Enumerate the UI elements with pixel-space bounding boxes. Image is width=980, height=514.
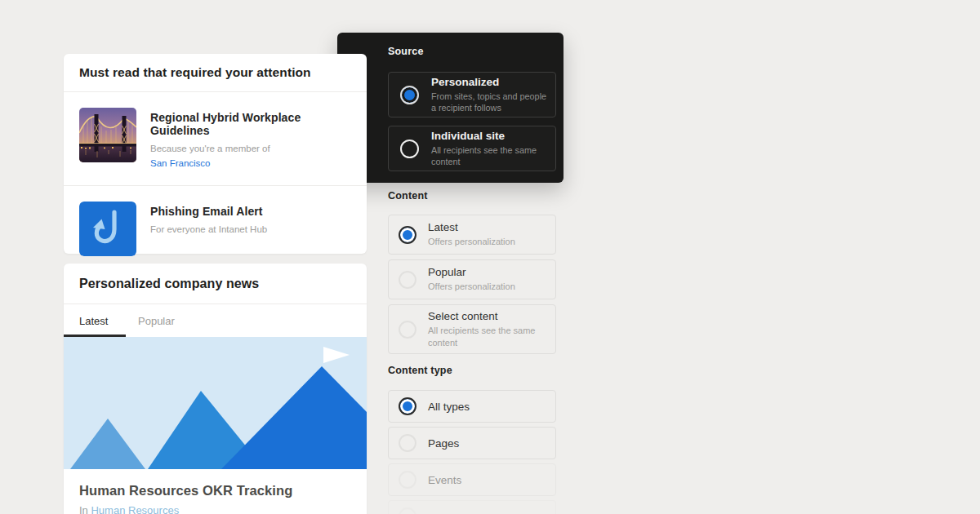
radio-unselected-icon[interactable] xyxy=(399,271,416,289)
news-card-title: Personalized company news xyxy=(64,264,367,304)
item-title: Phishing Email Alert xyxy=(150,205,267,218)
news-tabs: Latest Popular xyxy=(64,304,367,337)
radio-option-personalized[interactable]: Personalized From sites, topics and peop… xyxy=(388,72,556,117)
option-description: All recipients see the same content xyxy=(428,325,547,348)
human-resources-link[interactable]: Human Resources xyxy=(91,504,179,514)
must-read-item-text: Regional Hybrid Workplace Guidelines Bec… xyxy=(150,108,351,170)
radio-option-events[interactable]: Events xyxy=(388,463,556,496)
content-settings-column: Content Latest Offers personalization Po… xyxy=(388,190,556,514)
item-subtitle: Because you're a member of xyxy=(150,143,351,155)
option-description: Offers personalization xyxy=(428,236,515,248)
phishing-hook-icon xyxy=(79,202,136,256)
must-read-item-phishing-alert[interactable]: Phishing Email Alert For everyone at Int… xyxy=(64,185,367,272)
radio-unselected-icon[interactable] xyxy=(400,140,419,158)
must-read-card: Must read that required your attention xyxy=(64,54,367,254)
option-description: All recipients see the same content xyxy=(431,144,547,168)
option-text: Individual site All recipients see the s… xyxy=(431,130,547,168)
option-text: Select content All recipients see the sa… xyxy=(428,310,547,348)
option-text: Popular Offers personalization xyxy=(428,266,515,293)
option-title: Pages xyxy=(428,437,459,450)
radio-selected-icon[interactable] xyxy=(399,226,416,244)
option-title: Popular xyxy=(428,266,515,278)
active-tab-underline xyxy=(64,335,126,337)
option-title: Individual site xyxy=(431,130,547,142)
radio-selected-icon[interactable] xyxy=(399,397,416,415)
content-section-label: Content xyxy=(388,190,556,206)
byline-prefix: In xyxy=(79,504,88,514)
personalized-news-card: Personalized company news Latest Popular… xyxy=(64,264,367,514)
radio-unselected-icon[interactable] xyxy=(399,471,416,489)
item-subtitle: For everyone at Intanet Hub xyxy=(150,224,267,236)
must-read-item-regional-guidelines[interactable]: Regional Hybrid Workplace Guidelines Bec… xyxy=(64,92,367,185)
radio-selected-icon[interactable] xyxy=(400,86,419,104)
radio-option-all-types[interactable]: All types xyxy=(388,390,556,423)
option-title: Events xyxy=(428,474,461,486)
article-byline: In Human Resources xyxy=(79,504,351,514)
fish-hook-icon xyxy=(79,202,136,256)
bay-bridge-photo xyxy=(79,108,136,162)
option-text: Personalized From sites, topics and peop… xyxy=(431,76,547,114)
radio-option-cut-off[interactable] xyxy=(388,500,556,514)
radio-option-latest[interactable]: Latest Offers personalization xyxy=(388,215,556,255)
tab-popular[interactable]: Popular xyxy=(138,315,175,327)
bay-bridge-illustration xyxy=(79,108,136,162)
news-article: Human Resources OKR Tracking In Human Re… xyxy=(64,469,367,514)
page: Must read that required your attention xyxy=(0,0,980,514)
radio-option-popular[interactable]: Popular Offers personalization xyxy=(388,259,556,299)
content-type-section-label: Content type xyxy=(388,365,556,381)
radio-unselected-icon[interactable] xyxy=(399,434,416,452)
option-description: Offers personalization xyxy=(428,281,515,293)
radio-unselected-icon[interactable] xyxy=(399,321,416,339)
source-section-label: Source xyxy=(388,46,424,57)
must-read-item-text: Phishing Email Alert For everyone at Int… xyxy=(150,202,267,236)
item-title: Regional Hybrid Workplace Guidelines xyxy=(150,111,351,137)
radio-option-individual-site[interactable]: Individual site All recipients see the s… xyxy=(388,126,556,171)
san-francisco-link[interactable]: San Francisco xyxy=(150,158,211,168)
tab-latest[interactable]: Latest xyxy=(64,315,126,327)
source-settings-panel: Source Personalized From sites, topics a… xyxy=(337,33,564,183)
must-read-card-title: Must read that required your attention xyxy=(64,54,367,91)
option-description: From sites, topics and people a recipien… xyxy=(431,91,547,114)
option-title: Personalized xyxy=(431,76,547,88)
radio-option-pages[interactable]: Pages xyxy=(388,427,556,459)
option-title: Latest xyxy=(428,221,515,233)
radio-unselected-icon[interactable] xyxy=(399,507,416,514)
radio-option-select-content[interactable]: Select content All recipients see the sa… xyxy=(388,304,556,354)
article-title[interactable]: Human Resources OKR Tracking xyxy=(79,483,351,498)
option-text: Latest Offers personalization xyxy=(428,221,515,248)
mountains-illustration xyxy=(64,337,367,469)
option-title: All types xyxy=(428,401,470,413)
option-title: Select content xyxy=(428,310,547,322)
